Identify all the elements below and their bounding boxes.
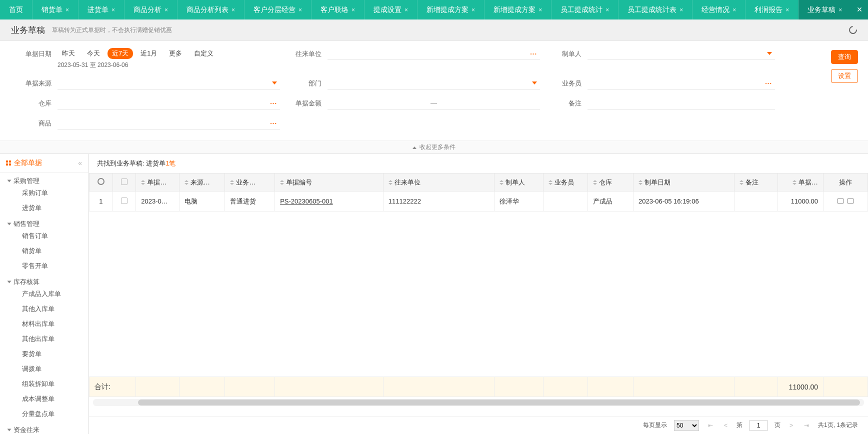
col-gear[interactable]	[90, 174, 113, 192]
sidebar-item-要货单[interactable]: 要货单	[0, 346, 88, 362]
col-5[interactable]: 制单人	[494, 174, 544, 192]
date-chip-昨天[interactable]: 昨天	[58, 48, 80, 59]
tab-新增提成方案[interactable]: 新增提成方案×	[484, 0, 552, 20]
sidebar-item-组装拆卸单[interactable]: 组装拆卸单	[0, 376, 88, 392]
sidebar-item-销货单[interactable]: 销货单	[0, 244, 88, 258]
page-subtitle: 草稿转为正式单据时，不会执行满赠促销优惠	[52, 26, 172, 34]
sidebar-group-资金往来[interactable]: 资金往来	[0, 422, 88, 434]
close-icon[interactable]: ×	[472, 6, 475, 14]
setting-button[interactable]: 设置	[831, 69, 858, 83]
sidebar-item-成本调整单[interactable]: 成本调整单	[0, 392, 88, 406]
tab-商品分析[interactable]: 商品分析×	[124, 0, 178, 20]
sidebar-item-零售开单[interactable]: 零售开单	[0, 258, 88, 274]
tab-客户分层经营[interactable]: 客户分层经营×	[244, 0, 312, 20]
col-11[interactable]: 操作	[824, 174, 868, 192]
refresh-icon[interactable]	[848, 24, 859, 36]
table-row[interactable]: 1 2023-0… 电脑 普通进货 PS-20230605-001 111122…	[90, 192, 868, 212]
close-icon[interactable]: ×	[298, 6, 302, 14]
tab-overflow-button[interactable]: ×	[851, 0, 868, 20]
col-8[interactable]: 制单日期	[633, 174, 734, 192]
col-1[interactable]: 来源…	[180, 174, 225, 192]
col-check[interactable]	[112, 174, 136, 192]
creator-select[interactable]	[588, 48, 775, 60]
sidebar-item-其他入库单[interactable]: 其他入库单	[0, 302, 88, 316]
qr-icon[interactable]	[847, 198, 854, 204]
col-6[interactable]: 业务员	[543, 174, 588, 192]
cell-code-link[interactable]: PS-20230605-001	[275, 192, 384, 212]
staff-label: 业务员	[540, 78, 588, 90]
dept-label: 部门	[280, 78, 328, 90]
sidebar-collapse-icon[interactable]: «	[78, 159, 82, 167]
dept-select[interactable]	[328, 78, 540, 90]
col-9[interactable]: 备注	[734, 174, 778, 192]
sidebar-item-采购订单[interactable]: 采购订单	[0, 186, 88, 200]
tab-业务草稿[interactable]: 业务草稿×	[798, 0, 852, 20]
date-chip-近7天[interactable]: 近7天	[108, 48, 133, 59]
date-chip-更多[interactable]: 更多	[164, 48, 186, 59]
sidebar-item-调拨单[interactable]: 调拨单	[0, 362, 88, 376]
partner-input[interactable]: ···	[328, 48, 540, 60]
page-input[interactable]	[750, 420, 768, 431]
view-icon[interactable]	[837, 198, 844, 204]
pager-first-icon[interactable]: ⇤	[706, 422, 715, 429]
close-icon[interactable]: ×	[838, 6, 842, 14]
sidebar-item-分量盘点单[interactable]: 分量盘点单	[0, 406, 88, 422]
horizontal-scrollbar[interactable]	[93, 399, 864, 406]
col-7[interactable]: 仓库	[588, 174, 633, 192]
close-icon[interactable]: ×	[66, 6, 69, 14]
per-page-select[interactable]: 50	[674, 420, 699, 431]
tab-商品分析列表[interactable]: 商品分析列表×	[178, 0, 244, 20]
collapse-bar[interactable]: 收起更多条件	[0, 140, 868, 154]
amount-label: 单据金额	[280, 98, 328, 110]
close-icon[interactable]: ×	[732, 6, 736, 14]
tab-经营情况[interactable]: 经营情况×	[692, 0, 746, 20]
staff-input[interactable]: ···	[588, 78, 775, 90]
close-icon[interactable]: ×	[680, 6, 683, 14]
close-icon[interactable]: ×	[352, 6, 355, 14]
col-4[interactable]: 往来单位	[383, 174, 494, 192]
col-3[interactable]: 单据编号	[275, 174, 384, 192]
tab-利润报告[interactable]: 利润报告×	[746, 0, 798, 20]
close-icon[interactable]: ×	[786, 6, 789, 14]
remark-input[interactable]	[588, 98, 775, 110]
sidebar-item-进货单[interactable]: 进货单	[0, 200, 88, 216]
tab-员工提成统计表[interactable]: 员工提成统计表×	[618, 0, 692, 20]
date-chip-自定义[interactable]: 自定义	[190, 48, 218, 59]
tab-进货单[interactable]: 进货单×	[78, 0, 124, 20]
close-icon[interactable]: ×	[232, 6, 235, 14]
tab-新增提成方案[interactable]: 新增提成方案×	[418, 0, 484, 20]
close-icon[interactable]: ×	[538, 6, 542, 14]
sidebar-group-采购管理[interactable]: 采购管理	[0, 172, 88, 186]
pager-next-icon[interactable]: >	[788, 422, 795, 429]
amount-range-input[interactable]: —	[328, 98, 540, 110]
tab-首页[interactable]: 首页	[0, 0, 32, 20]
date-chip-今天[interactable]: 今天	[82, 48, 104, 59]
pager-last-icon[interactable]: ⇥	[802, 422, 811, 429]
tab-客户联络[interactable]: 客户联络×	[312, 0, 364, 20]
sidebar-item-材料出库单[interactable]: 材料出库单	[0, 316, 88, 332]
tab-提成设置[interactable]: 提成设置×	[364, 0, 418, 20]
sidebar-header[interactable]: 全部单据 «	[0, 154, 88, 172]
sidebar-item-销售订单[interactable]: 销售订单	[0, 228, 88, 244]
sidebar-item-其他出库单[interactable]: 其他出库单	[0, 332, 88, 346]
warehouse-input[interactable]: ···	[58, 98, 280, 110]
col-10[interactable]: 单据…	[778, 174, 823, 192]
row-checkbox[interactable]	[112, 192, 136, 212]
pager-prev-icon[interactable]: <	[722, 422, 730, 429]
query-button[interactable]: 查询	[831, 50, 858, 64]
product-input[interactable]: ···	[58, 118, 280, 130]
col-2[interactable]: 业务…	[225, 174, 275, 192]
source-select[interactable]	[58, 78, 280, 90]
sidebar-group-库存核算[interactable]: 库存核算	[0, 274, 88, 286]
sidebar-group-销售管理[interactable]: 销售管理	[0, 216, 88, 228]
cell-actions[interactable]	[824, 192, 868, 212]
tab-员工提成统计[interactable]: 员工提成统计×	[552, 0, 618, 20]
close-icon[interactable]: ×	[164, 6, 168, 14]
date-chip-近1月[interactable]: 近1月	[136, 48, 162, 59]
close-icon[interactable]: ×	[404, 6, 408, 14]
close-icon[interactable]: ×	[112, 6, 115, 14]
col-0[interactable]: 单据…	[136, 174, 180, 192]
close-icon[interactable]: ×	[606, 6, 609, 14]
sidebar-item-产成品入库单[interactable]: 产成品入库单	[0, 286, 88, 302]
tab-销货单[interactable]: 销货单×	[32, 0, 78, 20]
